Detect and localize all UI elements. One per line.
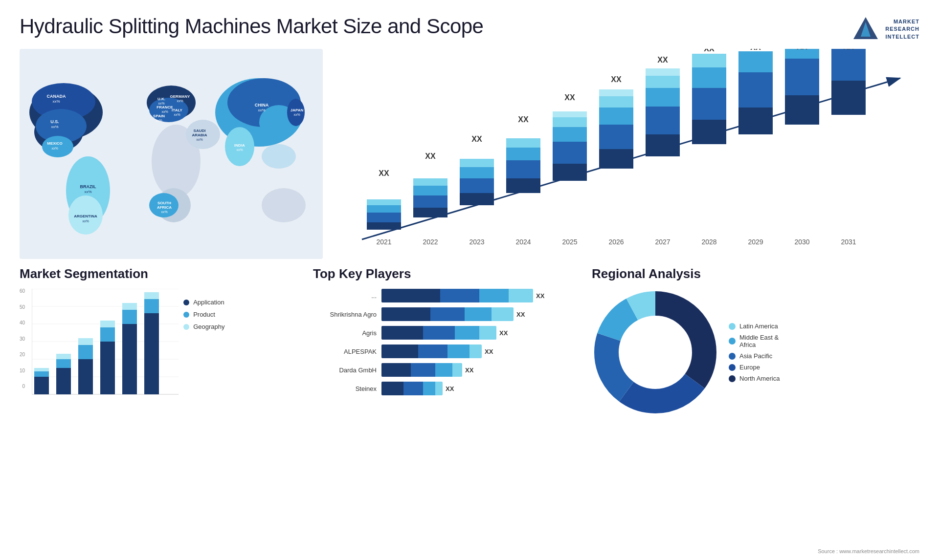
- latin-america-swatch: [729, 323, 736, 330]
- regional-section: Regional Analysis Lat: [587, 266, 919, 416]
- y-label-0: 0: [22, 384, 25, 389]
- player-value-6: XX: [446, 385, 454, 392]
- svg-text:XX: XX: [471, 135, 482, 143]
- player-row-1: ... XX: [313, 289, 577, 302]
- player-bar-4: XX: [381, 345, 577, 358]
- svg-text:2030: 2030: [794, 238, 809, 246]
- bar-chart-svg: XX 2021 XX 2022 XX 2023 XX 2024: [333, 49, 929, 259]
- svg-rect-119: [831, 49, 866, 81]
- middle-east-swatch: [729, 338, 736, 345]
- svg-rect-58: [367, 213, 401, 222]
- player-row-5: Darda GmbH XX: [313, 363, 577, 377]
- svg-rect-110: [738, 51, 773, 72]
- svg-rect-89: [599, 125, 633, 149]
- svg-text:ARGENTINA: ARGENTINA: [74, 214, 97, 218]
- svg-point-21: [287, 99, 305, 126]
- y-label-20: 20: [20, 352, 25, 357]
- svg-text:XX: XX: [564, 93, 575, 102]
- svg-rect-76: [506, 160, 540, 178]
- svg-rect-63: [413, 208, 447, 217]
- logo-text: MARKET RESEARCH INTELLECT: [885, 18, 919, 41]
- svg-text:XX: XX: [379, 169, 389, 177]
- svg-text:XX: XX: [611, 75, 622, 84]
- donut-container: Latin America Middle East &Africa Asia P…: [592, 289, 919, 416]
- svg-rect-99: [646, 68, 680, 76]
- svg-point-159: [621, 318, 690, 387]
- svg-text:xx%: xx%: [161, 210, 167, 214]
- segmentation-title: Market Segmentation: [20, 266, 289, 281]
- geography-dot: [183, 324, 189, 330]
- svg-rect-71: [460, 167, 494, 178]
- svg-text:MEXICO: MEXICO: [47, 141, 63, 146]
- segmentation-chart-svg: 2021 2022 2023 2024: [32, 289, 179, 396]
- player-list: ... XX Shrikrishna Agro: [313, 289, 577, 395]
- segmentation-legend: Application Product Geography: [183, 289, 224, 330]
- svg-text:AFRICA: AFRICA: [157, 205, 172, 210]
- svg-rect-130: [34, 377, 49, 394]
- svg-text:xx%: xx%: [161, 110, 168, 113]
- legend-north-america: North America: [729, 375, 780, 382]
- svg-rect-142: [100, 342, 115, 394]
- svg-text:xx%: xx%: [52, 99, 60, 104]
- svg-rect-147: [122, 310, 137, 324]
- svg-rect-60: [367, 199, 401, 205]
- svg-text:XX: XX: [518, 115, 529, 124]
- svg-text:xx%: xx%: [293, 113, 300, 116]
- page-title: Hydraulic Splitting Machines Market Size…: [20, 15, 483, 38]
- donut-legend: Latin America Middle East &Africa Asia P…: [729, 323, 780, 382]
- svg-text:xx%: xx%: [156, 119, 162, 122]
- svg-text:2022: 2022: [423, 238, 438, 246]
- page-header: Hydraulic Splitting Machines Market Size…: [0, 0, 939, 49]
- svg-text:CHINA: CHINA: [255, 103, 269, 108]
- player-name-5: Darda GmbH: [313, 366, 377, 374]
- player-name-2: Shrikrishna Agro: [313, 311, 377, 318]
- svg-rect-109: [738, 72, 773, 108]
- player-row-4: ALPESPAK XX: [313, 345, 577, 358]
- svg-rect-92: [599, 89, 633, 96]
- y-label-50: 50: [20, 305, 25, 310]
- svg-rect-131: [34, 371, 49, 377]
- svg-rect-113: [785, 95, 819, 125]
- svg-point-20: [262, 144, 296, 169]
- svg-rect-78: [506, 138, 540, 148]
- player-bar-3: XX: [381, 326, 577, 340]
- svg-rect-57: [367, 222, 401, 230]
- svg-rect-114: [785, 59, 819, 95]
- svg-text:XX: XX: [657, 56, 668, 64]
- svg-rect-140: [78, 338, 93, 345]
- svg-text:FRANCE: FRANCE: [156, 105, 173, 109]
- key-players-title: Top Key Players: [313, 266, 577, 281]
- north-america-swatch: [729, 375, 736, 382]
- svg-rect-138: [78, 359, 93, 394]
- svg-rect-66: [413, 178, 447, 186]
- svg-rect-98: [646, 76, 680, 88]
- svg-text:xx%: xx%: [258, 108, 265, 112]
- svg-text:ITALY: ITALY: [172, 108, 182, 112]
- legend-application: Application: [183, 299, 224, 306]
- svg-text:2028: 2028: [701, 238, 716, 246]
- player-row-2: Shrikrishna Agro XX: [313, 307, 577, 321]
- legend-geography: Geography: [183, 323, 224, 330]
- logo-area: MARKET RESEARCH INTELLECT: [851, 15, 919, 44]
- svg-text:xx%: xx%: [174, 113, 180, 116]
- player-bar-6: XX: [381, 382, 577, 395]
- svg-rect-90: [599, 108, 633, 125]
- svg-rect-136: [56, 354, 71, 359]
- svg-rect-59: [367, 205, 401, 213]
- svg-text:2031: 2031: [841, 238, 856, 246]
- svg-rect-75: [506, 178, 540, 193]
- europe-swatch: [729, 364, 736, 371]
- y-label-40: 40: [20, 321, 25, 325]
- player-row-3: Agris XX: [313, 326, 577, 340]
- svg-text:xx%: xx%: [196, 138, 202, 141]
- player-name-3: Agris: [313, 329, 377, 337]
- svg-rect-104: [692, 67, 726, 88]
- y-label-30: 30: [20, 337, 25, 342]
- player-value-4: XX: [485, 348, 493, 355]
- player-row-6: Steinex XX: [313, 382, 577, 395]
- svg-text:xx%: xx%: [236, 148, 243, 151]
- svg-text:xx%: xx%: [177, 99, 183, 103]
- player-value-2: XX: [516, 311, 525, 318]
- svg-text:U.S.: U.S.: [50, 119, 59, 124]
- svg-rect-91: [599, 96, 633, 108]
